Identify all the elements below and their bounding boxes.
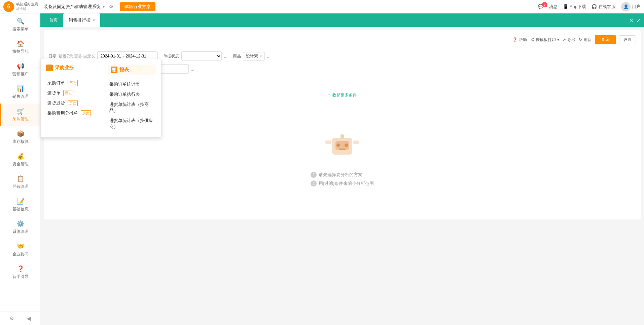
sidebar-item-system[interactable]: ⚙️ 系统管理 [0, 216, 40, 239]
headset-icon: 🎧 [592, 4, 597, 9]
sidebar-item-purchase[interactable]: 🛒 采购管理 [0, 104, 40, 126]
refresh-icon: ↻ [579, 37, 582, 42]
menu-item-po-stat[interactable]: 采购订单统计表 [108, 79, 156, 89]
search-icon: 🔍 [17, 17, 24, 25]
svg-rect-4 [339, 149, 346, 150]
user-item[interactable]: 👤 用户 [621, 2, 641, 11]
settings-bottom-icon[interactable]: ⚙ [9, 315, 14, 322]
menu-item-purchase-order[interactable]: 采购订单 历史 [46, 78, 94, 88]
date-label: 日期 [48, 53, 57, 59]
collapse-sidebar-icon[interactable]: ◀ [27, 315, 31, 322]
system-title: 装备及固定资产辅助管理系统 [44, 4, 101, 10]
tab-close-action[interactable]: ✕ [629, 17, 634, 24]
salesperson-dots[interactable]: ... [191, 67, 194, 72]
doc-status-dots[interactable]: ... [224, 54, 227, 59]
sidebar-item-enterprise[interactable]: 🤝 企业协同 [0, 239, 40, 261]
sidebar-label-marketing: 营销推广 [12, 71, 29, 77]
po-stat-label: 采购订单统计表 [109, 81, 140, 87]
phone-icon: 📱 [563, 4, 568, 9]
menu-item-po-exec[interactable]: 采购订单执行表 [108, 89, 156, 99]
tab-sales-rank-label: 销售排行榜 [69, 17, 91, 23]
operations-icon: 📋 [17, 175, 24, 182]
export-action[interactable]: ↗ 导出 [563, 37, 575, 43]
top-header: 6 畅捷通好生意 标准版 装备及固定资产辅助管理系统 ▾ ⚙ 体验行业方案 💬 … [0, 0, 644, 13]
tab-sales-rank[interactable]: 销售排行榜 × [63, 13, 100, 27]
sidebar-label-search: 搜索菜单 [12, 26, 29, 32]
gear-icon[interactable]: ⚙ [107, 3, 115, 11]
notification-item[interactable]: 💬 5 消息 [538, 4, 558, 10]
sidebar-item-nav[interactable]: 🏠 快捷导航 [0, 36, 40, 58]
refresh-action[interactable]: ↻ 刷新 [579, 37, 592, 43]
newbie-icon: ❓ [17, 265, 24, 273]
doc-status-select[interactable] [181, 51, 222, 61]
export-label: 导出 [567, 37, 575, 43]
sidebar-item-basic[interactable]: 📝 基础信息 [0, 194, 40, 216]
sidebar-item-inventory[interactable]: 📦 库存核算 [0, 126, 40, 149]
setting-button[interactable]: 设置 [619, 35, 636, 44]
app-download-item[interactable]: 📱 App下载 [563, 4, 586, 10]
sidebar-item-finance[interactable]: 💰 资金管理 [0, 149, 40, 171]
purchase-icon: 🛒 [17, 108, 24, 115]
history-badge-4[interactable]: 历史 [81, 110, 91, 116]
sidebar-item-sales[interactable]: 📊 销售管理 [0, 81, 40, 104]
query-button[interactable]: 查询 [595, 35, 616, 44]
inbound-supplier-stat-label: 进货单统计表（按供应商） [109, 118, 155, 130]
help-label: 帮助 [519, 37, 527, 43]
dropdown-columns: 🛒 采购业务 采购订单 历史 进货单 历史 进货退货 历史 采购费用分摊单 历史 [46, 65, 156, 132]
svg-rect-5 [341, 134, 344, 138]
menu-item-return[interactable]: 进货退货 历史 [46, 98, 94, 108]
logo-badge: 标准版 [16, 7, 38, 11]
date-quick-options: 最近7天 更多 自定义 [59, 53, 95, 59]
menu-item-cost-alloc[interactable]: 采购费用分摊单 历史 [46, 108, 94, 118]
inventory-icon: 📦 [17, 130, 24, 137]
print-label: 按模板打印 [536, 37, 556, 43]
export-icon: ↗ [563, 37, 566, 42]
sidebar-bottom: ⚙ ◀ [0, 312, 40, 325]
print-dropdown-icon: ▾ [557, 37, 559, 42]
collapse-text: 收起更多条件 [332, 92, 357, 98]
notification-label: 消息 [549, 4, 558, 10]
tab-close-icon[interactable]: × [93, 18, 95, 23]
history-badge-2[interactable]: 历史 [63, 90, 73, 96]
sidebar-item-newbie[interactable]: ❓ 新手引导 [0, 261, 40, 284]
goods-tag: 设计素 × [243, 52, 265, 60]
history-badge-3[interactable]: 历史 [68, 100, 78, 106]
tab-maximize-action[interactable]: ⤢ [636, 17, 641, 24]
dropdown-arrow-icon[interactable]: ▾ [103, 4, 105, 9]
header-right: 💬 5 消息 📱 App下载 🎧 在线客服 👤 用户 [538, 2, 641, 11]
home-icon: 🏠 [17, 40, 24, 47]
online-service-label: 在线客服 [598, 4, 616, 10]
sidebar-label-enterprise: 企业协同 [12, 251, 29, 257]
tab-bar: 首页 销售排行榜 × ✕ ⤢ [40, 13, 644, 27]
doc-status-label: 单据状态 [163, 53, 179, 59]
system-icon: ⚙️ [17, 220, 24, 228]
print-icon: 🖨 [530, 37, 534, 42]
return-label: 进货退货 [47, 100, 65, 106]
online-service-item[interactable]: 🎧 在线客服 [592, 4, 616, 10]
sidebar-item-operations[interactable]: 📋 经营管理 [0, 171, 40, 194]
menu-item-inbound-supplier-stat[interactable]: 进货单统计表（按供应商） [108, 116, 156, 132]
sidebar-label-inventory: 库存核算 [12, 139, 29, 145]
enterprise-icon: 🤝 [17, 243, 24, 250]
purchase-order-label: 采购订单 [47, 80, 65, 86]
goods-dots[interactable]: ... [267, 54, 271, 59]
sidebar-item-marketing[interactable]: 📢 营销推广 [0, 58, 40, 81]
sidebar-label-operations: 经营管理 [12, 184, 29, 190]
print-action[interactable]: 🖨 按模板打印 ▾ [530, 37, 559, 43]
logo-area: 6 畅捷通好生意 标准版 [3, 1, 44, 12]
sidebar-item-search[interactable]: 🔍 搜索菜单 [0, 13, 40, 36]
goods-tag-close-icon[interactable]: × [259, 54, 262, 58]
tip-num-1: 1 [311, 172, 317, 178]
sidebar-label-finance: 资金管理 [12, 161, 29, 167]
history-badge-1[interactable]: 历史 [68, 80, 78, 86]
help-action[interactable]: ❓ 帮助 [512, 37, 527, 43]
logo-text: 畅捷通好生意 [16, 2, 38, 6]
trial-button[interactable]: 体验行业方案 [120, 2, 155, 11]
purchase-col-title: 采购业务 [55, 65, 74, 71]
tab-home[interactable]: 首页 [44, 13, 63, 27]
menu-item-inbound[interactable]: 进货单 历史 [46, 88, 94, 98]
menu-item-inbound-goods-stat[interactable]: 进货单统计表（按商品） [108, 99, 156, 116]
svg-rect-6 [325, 140, 331, 144]
sidebar-label-basic: 基础信息 [12, 206, 29, 212]
purchase-dropdown-menu: 🛒 采购业务 采购订单 历史 进货单 历史 进货退货 历史 采购费用分摊单 历史 [40, 59, 162, 137]
